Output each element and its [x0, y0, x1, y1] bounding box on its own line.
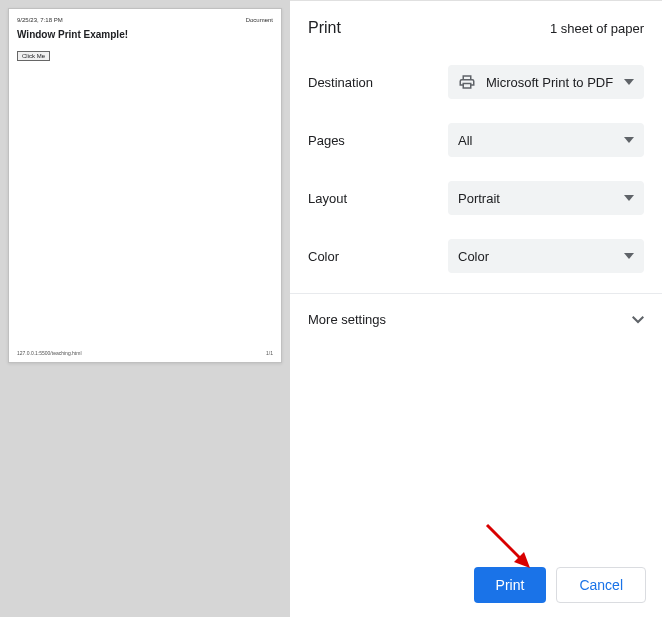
destination-label: Destination [308, 75, 448, 90]
caret-down-icon [624, 195, 634, 201]
preview-page[interactable]: 9/25/23, 7:18 PM Document Window Print E… [8, 8, 282, 363]
destination-value: Microsoft Print to PDF [486, 75, 613, 90]
preview-url: 127.0.0.1:5500/teaching.html [17, 350, 82, 356]
cancel-button[interactable]: Cancel [556, 567, 646, 603]
more-settings-toggle[interactable]: More settings [306, 294, 646, 345]
caret-down-icon [624, 79, 634, 85]
color-row: Color Color [306, 227, 646, 285]
preview-page-number: 1/1 [266, 350, 273, 356]
pages-label: Pages [308, 133, 448, 148]
sheet-count: 1 sheet of paper [550, 21, 644, 36]
dialog-title: Print [308, 19, 341, 37]
color-value: Color [458, 249, 489, 264]
caret-down-icon [624, 253, 634, 259]
preview-heading: Window Print Example! [17, 29, 273, 40]
print-button[interactable]: Print [474, 567, 547, 603]
color-select[interactable]: Color [448, 239, 644, 273]
preview-page-header: 9/25/23, 7:18 PM Document [17, 17, 273, 23]
preview-doc-title: Document [246, 17, 273, 23]
color-label: Color [308, 249, 448, 264]
layout-select[interactable]: Portrait [448, 181, 644, 215]
caret-down-icon [624, 137, 634, 143]
printer-icon [458, 73, 476, 91]
preview-datetime: 9/25/23, 7:18 PM [17, 17, 63, 23]
print-preview-pane: 9/25/23, 7:18 PM Document Window Print E… [0, 0, 290, 617]
preview-clickme-button: Click Me [17, 51, 50, 61]
more-settings-label: More settings [308, 312, 386, 327]
pages-select[interactable]: All [448, 123, 644, 157]
print-settings-pane: Print 1 sheet of paper Destination Micro… [290, 0, 662, 617]
pages-value: All [458, 133, 472, 148]
layout-value: Portrait [458, 191, 500, 206]
destination-select[interactable]: Microsoft Print to PDF [448, 65, 644, 99]
preview-page-footer: 127.0.0.1:5500/teaching.html 1/1 [17, 350, 273, 356]
layout-label: Layout [308, 191, 448, 206]
destination-row: Destination Microsoft Print to PDF [306, 53, 646, 111]
dialog-footer: Print Cancel [290, 553, 662, 617]
pages-row: Pages All [306, 111, 646, 169]
chevron-down-icon [632, 316, 644, 324]
layout-row: Layout Portrait [306, 169, 646, 227]
